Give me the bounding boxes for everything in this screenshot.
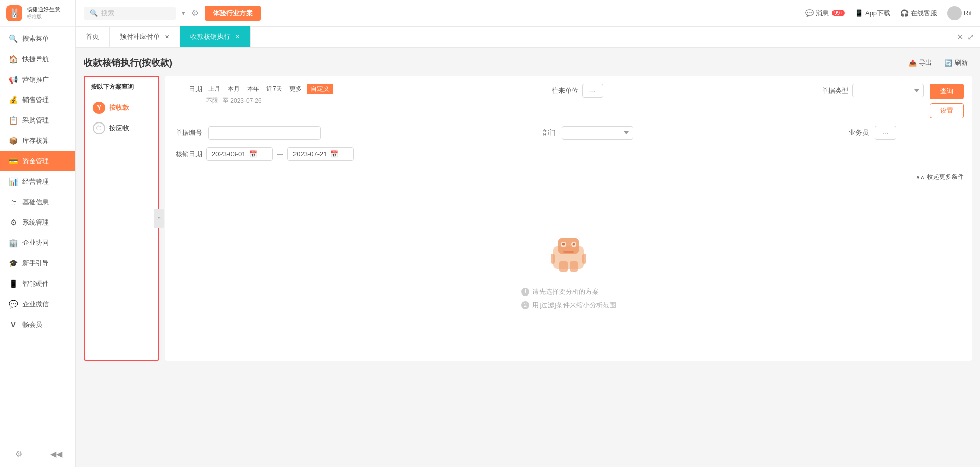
operations-icon: 📊 xyxy=(8,177,18,187)
doc-no-label: 单据编号 xyxy=(174,128,202,137)
refresh-icon: 🔄 xyxy=(944,59,952,67)
tab-expand-icon[interactable]: ⤢ xyxy=(967,32,974,42)
sidebar-item-finance[interactable]: 💳 资金管理 xyxy=(0,151,75,171)
verify-date-end[interactable]: 2023-07-21 📅 xyxy=(287,147,354,161)
message-label: 消息 xyxy=(816,9,829,18)
collapse-filter-label: 收起更多条件 xyxy=(927,173,964,181)
hardware-icon: 📱 xyxy=(8,279,18,289)
step-2: 2 xyxy=(521,301,529,309)
sidebar-item-basics[interactable]: 🗂 基础信息 xyxy=(0,192,75,212)
sidebar-item-hardware[interactable]: 📱 智能硬件 xyxy=(0,274,75,294)
svg-rect-6 xyxy=(564,251,574,253)
collab-icon: 🏢 xyxy=(8,238,18,248)
sidebar-item-operations[interactable]: 📊 经营管理 xyxy=(0,171,75,192)
page-title: 收款核销执行(按收款) xyxy=(84,57,173,69)
tab-prepay[interactable]: 预付冲应付单 ✕ xyxy=(110,26,180,47)
filter-option-by-receivable[interactable]: ⏱ 按应收 xyxy=(91,118,152,138)
setting-btn[interactable]: 设置 xyxy=(930,103,964,118)
settings-bottom-btn[interactable]: ⚙ xyxy=(10,445,28,463)
marketing-icon: 📢 xyxy=(8,75,18,85)
member-icon: V xyxy=(8,319,18,330)
industry-solution-btn[interactable]: 体验行业方案 xyxy=(205,6,261,21)
sidebar-item-collab[interactable]: 🏢 企业协同 xyxy=(0,233,75,253)
search-icon-top: 🔍 xyxy=(90,9,98,17)
online-service-btn[interactable]: 🎧 在线客服 xyxy=(900,9,937,18)
doc-type-select[interactable] xyxy=(852,84,924,97)
verify-date-start[interactable]: 2023-03-01 📅 xyxy=(206,147,273,161)
purchase-icon: 📋 xyxy=(8,115,18,126)
receipt-icon: ¥ xyxy=(93,102,105,114)
export-btn[interactable]: 📤 导出 xyxy=(904,56,936,69)
tab-verify[interactable]: 收款核销执行 ✕ xyxy=(180,26,251,47)
topbar-settings-icon[interactable]: ⚙ xyxy=(191,8,199,18)
basics-icon: 🗂 xyxy=(8,197,18,207)
tab-home[interactable]: 首页 xyxy=(76,26,110,47)
shortcut-this-month[interactable]: 本月 xyxy=(226,84,242,94)
user-avatar xyxy=(947,6,962,20)
sidebar-item-marketing[interactable]: 📢 营销推广 xyxy=(0,69,75,90)
filter-collapse-btn[interactable]: » xyxy=(154,209,164,228)
refresh-btn[interactable]: 🔄 刷新 xyxy=(940,56,972,69)
doc-no-input[interactable] xyxy=(208,126,321,140)
sales-input[interactable]: ··· xyxy=(875,126,896,140)
tab-home-label: 首页 xyxy=(86,32,99,41)
query-btn[interactable]: 查询 xyxy=(930,84,964,99)
sidebar-item-quicknav[interactable]: 🏠 快捷导航 xyxy=(0,49,75,69)
tab-close-all-icon[interactable]: ✕ xyxy=(957,32,963,42)
partner-input[interactable]: ··· xyxy=(582,84,604,98)
tab-bar: 首页 预付冲应付单 ✕ 收款核销执行 ✕ ✕ ⤢ xyxy=(76,27,980,48)
shortcut-more[interactable]: 更多 xyxy=(287,84,304,94)
empty-state: 1 请先选择要分析的方案 2 用[过滤]条件来缩小分析范围 xyxy=(174,187,964,353)
calendar-start-icon[interactable]: 📅 xyxy=(249,150,257,158)
topbar-left: 🔍 搜索 ▾ ⚙ 体验行业方案 xyxy=(84,6,261,21)
svg-rect-10 xyxy=(570,261,578,272)
shortcut-this-year[interactable]: 本年 xyxy=(245,84,261,94)
sidebar-item-member[interactable]: V 畅会员 xyxy=(0,314,75,335)
collapse-sidebar-btn[interactable]: ◀◀ xyxy=(47,445,65,463)
tab-prepay-close[interactable]: ✕ xyxy=(165,34,169,40)
app-name: 畅捷通好生意 xyxy=(27,6,60,13)
system-icon: ⚙ xyxy=(8,217,18,228)
topbar-search[interactable]: 🔍 搜索 xyxy=(84,7,176,20)
sidebar-item-search[interactable]: 🔍 搜索菜单 xyxy=(0,29,75,49)
date-separator: — xyxy=(277,150,283,158)
user-avatar-btn[interactable]: Rit xyxy=(947,6,972,20)
sidebar-item-weixin[interactable]: 💬 企业微信 xyxy=(0,294,75,314)
filter-option-by-receipt[interactable]: ¥ 按收款 xyxy=(91,97,152,118)
export-icon: 📤 xyxy=(909,59,917,67)
filter-panel-title: 按以下方案查询 xyxy=(91,83,152,91)
empty-hints: 1 请先选择要分析的方案 2 用[过滤]条件来缩小分析范围 xyxy=(521,285,616,312)
calendar-end-icon[interactable]: 📅 xyxy=(330,150,338,158)
app-download-btn[interactable]: 📱 App下载 xyxy=(855,9,890,18)
collapse-filter-btn[interactable]: ∧∧ 收起更多条件 xyxy=(916,173,964,181)
message-btn[interactable]: 💬 消息 99+ xyxy=(805,9,845,18)
sidebar-label-finance: 资金管理 xyxy=(22,157,49,166)
shortcut-last-month[interactable]: 上月 xyxy=(206,84,223,94)
sidebar-item-purchase[interactable]: 📋 采购管理 xyxy=(0,110,75,131)
shortcut-custom[interactable]: 自定义 xyxy=(307,84,333,94)
logo-icon: 🐰 xyxy=(6,5,22,21)
sidebar-label-operations: 经营管理 xyxy=(22,177,49,186)
sidebar-item-inventory[interactable]: 📦 库存核算 xyxy=(0,131,75,151)
svg-rect-8 xyxy=(582,254,586,264)
topbar: 🔍 搜索 ▾ ⚙ 体验行业方案 💬 消息 99+ 📱 App下载 🎧 在线客服 xyxy=(76,0,980,27)
verify-start-value: 2023-03-01 xyxy=(212,150,246,158)
sidebar-item-system[interactable]: ⚙ 系统管理 xyxy=(0,212,75,233)
sidebar-item-guide[interactable]: 🎓 新手引导 xyxy=(0,253,75,274)
shortcut-7days[interactable]: 近7天 xyxy=(264,84,284,94)
topbar-chevron[interactable]: ▾ xyxy=(182,9,185,17)
app-edition: 标准版 xyxy=(27,13,60,20)
sidebar-label-collab: 企业协同 xyxy=(22,238,49,248)
sidebar-footer: ⚙ ◀◀ xyxy=(0,440,75,467)
guide-icon: 🎓 xyxy=(8,258,18,268)
sidebar-label-search: 搜索菜单 xyxy=(22,34,49,43)
dept-select[interactable] xyxy=(562,126,633,140)
collapse-icon: » xyxy=(158,215,161,221)
sidebar-item-sales[interactable]: 💰 销售管理 xyxy=(0,90,75,110)
tab-verify-close[interactable]: ✕ xyxy=(235,34,240,40)
search-icon: 🔍 xyxy=(8,34,18,44)
tab-verify-label: 收款核销执行 xyxy=(190,32,230,41)
sidebar-label-hardware: 智能硬件 xyxy=(22,279,49,288)
sidebar: 🐰 畅捷通好生意 标准版 🔍 搜索菜单 🏠 快捷导航 📢 营销推广 💰 销售管理… xyxy=(0,0,76,467)
sidebar-label-quicknav: 快捷导航 xyxy=(22,55,49,64)
